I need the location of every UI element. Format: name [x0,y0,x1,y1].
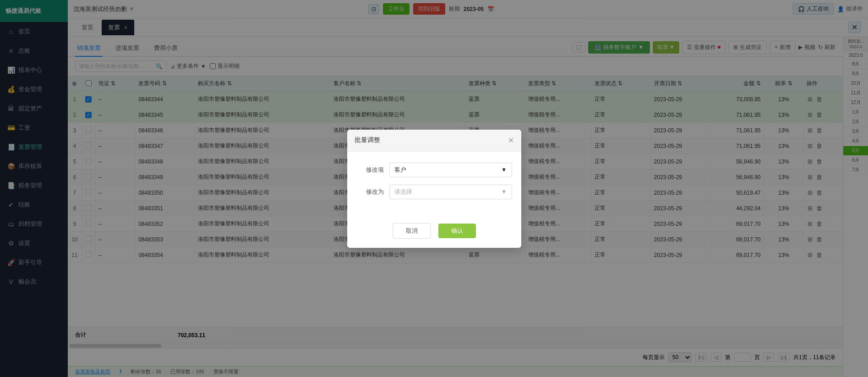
chevron-down-icon: ▼ [501,188,507,195]
modal-value-label: 修改为 [356,188,384,196]
modal-overlay[interactable]: 批量调整 ✕ 修改项 客户 ▼ 修改为 请选择 ▼ 取消 确认 [0,0,868,377]
modal-value-placeholder: 请选择 [394,188,412,196]
modal-value-row: 修改为 请选择 ▼ [356,185,512,199]
confirm-button[interactable]: 确认 [438,224,476,238]
modal-title: 批量调整 [355,136,380,144]
modal-value-select[interactable]: 请选择 ▼ [389,185,512,199]
modal-field-select[interactable]: 客户 ▼ [389,163,512,177]
batch-adjust-modal: 批量调整 ✕ 修改项 客户 ▼ 修改为 请选择 ▼ 取消 确认 [347,130,521,248]
modal-field-value: 客户 [394,166,406,174]
modal-header: 批量调整 ✕ [347,130,521,152]
modal-field-label: 修改项 [356,166,384,174]
chevron-down-icon: ▼ [501,166,507,173]
modal-field-row: 修改项 客户 ▼ [356,163,512,177]
modal-body: 修改项 客户 ▼ 修改为 请选择 ▼ [347,152,521,218]
modal-close-button[interactable]: ✕ [508,136,514,145]
modal-footer: 取消 确认 [347,218,521,248]
cancel-button[interactable]: 取消 [393,223,431,239]
